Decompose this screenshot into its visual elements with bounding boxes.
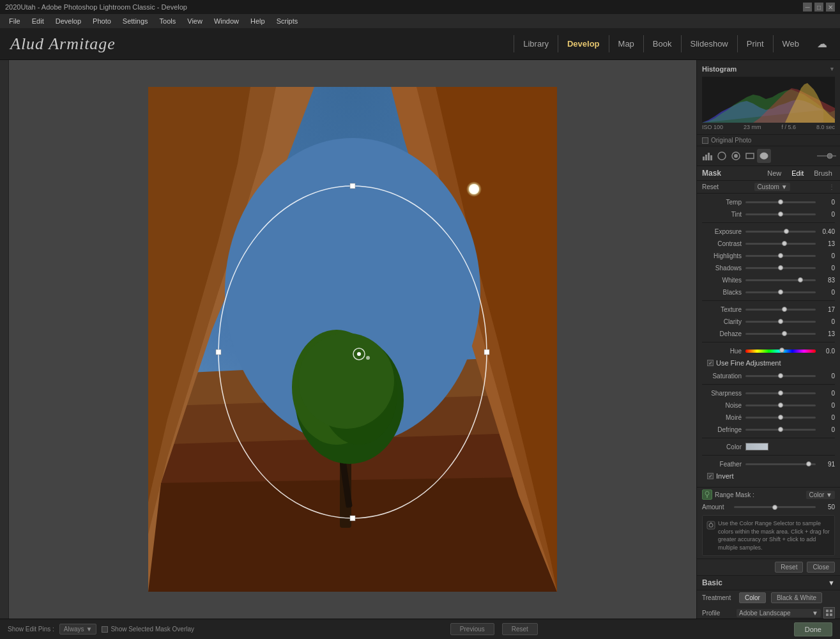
highlights-track[interactable] bbox=[745, 255, 816, 257]
defringe-track[interactable] bbox=[745, 429, 816, 431]
sharpness-track[interactable] bbox=[745, 392, 816, 394]
whites-thumb[interactable] bbox=[798, 277, 803, 282]
profile-grid-btn[interactable] bbox=[823, 607, 835, 619]
profile-label: Profile bbox=[702, 610, 734, 617]
clarity-track[interactable] bbox=[745, 321, 816, 323]
clarity-thumb[interactable] bbox=[778, 319, 783, 324]
shadows-track[interactable] bbox=[745, 267, 816, 269]
menu-develop[interactable]: Develop bbox=[50, 16, 86, 26]
menu-edit[interactable]: Edit bbox=[27, 16, 49, 26]
whites-track[interactable] bbox=[745, 279, 816, 281]
texture-thumb[interactable] bbox=[782, 307, 787, 312]
invert-checkbox[interactable] bbox=[707, 473, 714, 479]
cloud-icon[interactable]: ☁ bbox=[817, 38, 827, 50]
dehaze-thumb[interactable] bbox=[782, 331, 787, 336]
amount-track[interactable] bbox=[734, 506, 816, 508]
minimize-button[interactable]: ─ bbox=[803, 3, 812, 12]
hue-label: Hue bbox=[702, 348, 745, 355]
sliders-menu-icon[interactable]: ⋮ bbox=[829, 183, 835, 190]
texture-row: Texture 17 bbox=[702, 304, 835, 315]
histogram-arrow[interactable]: ▼ bbox=[829, 66, 835, 72]
menu-view[interactable]: View bbox=[182, 16, 208, 26]
menu-file[interactable]: File bbox=[4, 16, 26, 26]
basic-section-header[interactable]: Basic ▼ bbox=[697, 575, 840, 590]
highlights-thumb[interactable] bbox=[778, 253, 783, 258]
menu-window[interactable]: Window bbox=[209, 16, 244, 26]
exposure-track[interactable] bbox=[745, 231, 816, 233]
histogram-icon bbox=[703, 151, 713, 160]
contrast-track[interactable] bbox=[745, 243, 816, 245]
menu-tools[interactable]: Tools bbox=[155, 16, 181, 26]
saturation-track[interactable] bbox=[745, 375, 816, 377]
always-dropdown[interactable]: Always ▼ bbox=[59, 624, 97, 635]
nav-develop[interactable]: Develop bbox=[558, 35, 609, 52]
noise-thumb[interactable] bbox=[778, 403, 783, 408]
noise-track[interactable] bbox=[745, 404, 816, 406]
menu-scripts[interactable]: Scripts bbox=[271, 16, 303, 26]
mask-brush-btn[interactable]: Brush bbox=[811, 169, 835, 178]
menu-help[interactable]: Help bbox=[245, 16, 270, 26]
close-button[interactable]: ✕ bbox=[826, 3, 835, 12]
color-treatment-btn[interactable]: Color bbox=[739, 592, 766, 603]
show-overlay-checkbox[interactable] bbox=[102, 626, 108, 633]
profile-dropdown[interactable]: Adobe Landscape ▼ bbox=[737, 609, 821, 617]
texture-track[interactable] bbox=[745, 309, 816, 311]
hue-gradient[interactable] bbox=[745, 350, 816, 353]
tool-circle-empty[interactable] bbox=[715, 149, 729, 163]
nav-map[interactable]: Map bbox=[609, 35, 643, 52]
moire-thumb[interactable] bbox=[778, 415, 783, 420]
mask-edit-btn[interactable]: Edit bbox=[789, 169, 806, 178]
tool-rect[interactable] bbox=[743, 149, 757, 163]
hue-thumb[interactable] bbox=[779, 348, 784, 353]
temp-thumb[interactable] bbox=[778, 199, 783, 204]
blacks-track[interactable] bbox=[745, 291, 816, 293]
feather-thumb[interactable] bbox=[806, 461, 811, 466]
mask-close-btn[interactable]: Close bbox=[807, 562, 835, 573]
nav-library[interactable]: Library bbox=[514, 35, 558, 52]
range-mask-icon[interactable] bbox=[702, 489, 712, 500]
menu-photo[interactable]: Photo bbox=[88, 16, 116, 26]
histogram-header[interactable]: Histogram ▼ bbox=[702, 63, 835, 75]
blacks-thumb[interactable] bbox=[778, 289, 783, 295]
amount-thumb[interactable] bbox=[772, 505, 777, 510]
mask-reset-btn[interactable]: Reset bbox=[775, 562, 803, 573]
tint-thumb[interactable] bbox=[778, 212, 783, 217]
original-photo-checkbox[interactable] bbox=[702, 137, 708, 144]
show-overlay-row[interactable]: Show Selected Mask Overlay bbox=[102, 626, 194, 633]
bw-treatment-btn[interactable]: Black & White bbox=[771, 592, 822, 603]
moire-track[interactable] bbox=[745, 417, 816, 419]
mask-new-btn[interactable]: New bbox=[765, 169, 784, 178]
sharpness-thumb[interactable] bbox=[778, 390, 783, 396]
amount-label: Amount bbox=[702, 504, 734, 511]
mask-label: Mask bbox=[702, 169, 721, 178]
tint-track[interactable] bbox=[745, 213, 816, 215]
nav-book[interactable]: Book bbox=[643, 35, 681, 52]
show-overlay-label: Show Selected Mask Overlay bbox=[111, 626, 194, 633]
contrast-thumb[interactable] bbox=[782, 241, 787, 246]
slider-icon bbox=[817, 153, 836, 159]
noise-row: Noise 0 bbox=[702, 399, 835, 411]
shadows-thumb[interactable] bbox=[778, 265, 783, 270]
range-mask-type[interactable]: Color ▼ bbox=[806, 491, 835, 499]
previous-btn[interactable]: Previous bbox=[450, 623, 494, 635]
color-swatch[interactable] bbox=[745, 443, 768, 450]
reset-btn[interactable]: Reset bbox=[502, 623, 538, 635]
dehaze-track[interactable] bbox=[745, 333, 816, 335]
tool-oval-active[interactable] bbox=[757, 149, 771, 163]
tool-slider[interactable] bbox=[771, 149, 836, 163]
done-btn[interactable]: Done bbox=[794, 622, 832, 636]
reset-dropdown[interactable]: Custom ▼ bbox=[754, 183, 790, 191]
defringe-thumb[interactable] bbox=[778, 427, 783, 432]
saturation-thumb[interactable] bbox=[778, 373, 783, 378]
exposure-thumb[interactable] bbox=[784, 229, 789, 234]
nav-web[interactable]: Web bbox=[773, 35, 809, 52]
feather-track[interactable] bbox=[745, 463, 816, 465]
temp-track[interactable] bbox=[745, 201, 816, 203]
nav-print[interactable]: Print bbox=[737, 35, 773, 52]
tool-histogram-btn[interactable] bbox=[701, 149, 715, 163]
menu-settings[interactable]: Settings bbox=[118, 16, 153, 26]
nav-slideshow[interactable]: Slideshow bbox=[681, 35, 737, 52]
restore-button[interactable]: □ bbox=[814, 3, 823, 12]
fine-adj-checkbox[interactable] bbox=[707, 360, 714, 366]
tool-circle-filled[interactable] bbox=[729, 149, 743, 163]
